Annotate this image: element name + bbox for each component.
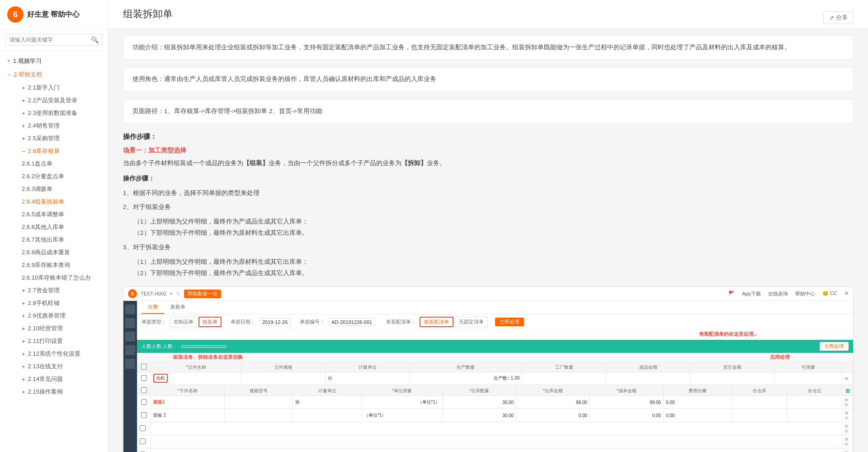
table-row-child-1: 面板1 块 （单位*1） 30.00 89.00 89.00 0.00 <box>137 396 853 409</box>
child-checkbox-4[interactable] <box>140 438 146 444</box>
expand-icon: + <box>22 287 25 294</box>
th-factory-qty: 工厂数量 <box>522 362 606 372</box>
disassembly-type-label: 【拆卸】 <box>401 160 427 167</box>
parent-produce-qty: 生产数↑ 1.00 <box>410 372 522 385</box>
sidebar-item-sales[interactable]: + 2.4销售管理 <box>14 119 108 132</box>
sidebar-item-assembly[interactable]: 2.6.4组装拆卸单 <box>22 195 108 208</box>
child-name-2: 面板 2 <box>151 409 225 422</box>
sidebar-item-mobile[interactable]: + 2.8手机旺铺 <box>14 297 108 309</box>
th-parent-spec: 父件规格 <box>241 362 326 372</box>
app-table-child: *子件名称 规格型号 计量单位 *单位用量 *出库数量 *出库金额 *成本金额 … <box>137 385 853 452</box>
sidebar-item-funds[interactable]: + 2.7资金管理 <box>14 284 108 297</box>
assembly-btn-1[interactable]: 按装配清单 <box>420 317 453 327</box>
sidebar-item-custom[interactable]: + 2.12系统个性化设置 <box>14 347 108 360</box>
annotation-row-2: 组装业务、拆卸业务在这里切换 启用处理 <box>137 353 853 362</box>
child-out-wh-2 <box>732 409 787 422</box>
sidebar-item-cases[interactable]: + 2.15操作案例 <box>14 385 108 398</box>
th-available: 可用量 <box>774 362 842 372</box>
step1: 1、根据不同的业务，选择不同单据的类型来处理 <box>123 187 854 199</box>
green-bar-field[interactable] <box>181 345 226 348</box>
sidebar-item-purchase[interactable]: + 2.5采购管理 <box>14 132 108 145</box>
main-content: 组装拆卸单 ↗ 分享 功能介绍：组装拆卸单用来处理企业组装或拆卸等加工业务，支持… <box>108 0 868 452</box>
assembly-btn-2[interactable]: 无固定清单 <box>455 317 488 327</box>
parent-name-field[interactable]: 光机 <box>153 374 168 383</box>
sidebar-item-video[interactable]: + 1.视频学习 <box>0 54 108 68</box>
child-action-2: ⊕ ⊖ <box>842 409 853 422</box>
child-checkbox-1[interactable] <box>141 399 147 405</box>
search-area: 🔍 <box>0 29 108 51</box>
child-unit-2 <box>293 409 361 422</box>
app-type-btn-1[interactable]: 在制品单 <box>170 317 197 327</box>
child-checkbox-3[interactable] <box>140 425 146 431</box>
sidebar-item-coupon[interactable]: + 2.9优惠券管理 <box>14 309 108 322</box>
sidebar-item-stock-err[interactable]: 2.6.10库存账本错了怎么办 <box>22 271 108 284</box>
annotation-row-1: 有装配清单的在这里处理 → <box>137 330 853 340</box>
app-confirm-btn[interactable]: 立即处理 <box>495 318 524 326</box>
row-delete-icon[interactable]: ⊕ <box>844 376 848 381</box>
app-topbar: 6 TEST-H002 ▾ ↻ 同期数据一览 🚩 App下载 在线咨询 帮助中心… <box>123 287 853 301</box>
sidebar-item-other-out[interactable]: 2.6.7其他出库单 <box>22 233 108 246</box>
child-action-5: ⊕ ⊖ <box>842 448 853 452</box>
sidebar-item-stock-count[interactable]: 2.6.1盘点单 <box>22 157 108 170</box>
sidebar-item-newbie[interactable]: + 2.1新手入门 <box>14 81 108 94</box>
sidebar-item-stock-check[interactable]: 2.6.9库存账本查询 <box>22 259 108 271</box>
child-icon-3[interactable]: ⊕ ⊖ <box>844 423 848 433</box>
th-child-spec: 规格型号 <box>224 386 292 396</box>
child-checkbox-2[interactable] <box>141 412 147 418</box>
child-delete-icon-2[interactable]: ⊕ ⊖ <box>844 410 848 420</box>
app-close-btn[interactable]: ✕ <box>844 290 849 297</box>
th-child-name: *子件名称 <box>151 386 225 396</box>
child-icon-4[interactable]: ⊕ ⊖ <box>844 437 848 447</box>
green-bar-btn[interactable]: 立即处理 <box>820 342 849 351</box>
search-icon[interactable]: 🔍 <box>91 36 99 43</box>
sidebar-item-cost-calc[interactable]: 2.6.8商品成本重算 <box>22 246 108 259</box>
sidebar-item-payment[interactable]: + 2.13在线支付 <box>14 360 108 373</box>
th-child-action: ⊞ <box>842 386 853 396</box>
app-form-row-1: 单据类型： 在制品单 组装单 单据日期： 2019-12-26 单据编号： AD… <box>137 314 853 330</box>
child-action-3: ⊕ ⊖ <box>842 422 853 435</box>
sidebar-item-other-in[interactable]: 2.6.6其他入库单 <box>22 221 108 233</box>
child-checkbox-all[interactable] <box>141 387 147 393</box>
sidebar: 6 好生意 帮助中心 🔍 + 1.视频学习 − 2.帮助文档 + 2.1新手入门… <box>0 0 108 452</box>
sidebar-item-cost-adjust[interactable]: 2.6.5成本调整单 <box>22 208 108 221</box>
table-checkbox-all[interactable] <box>141 364 147 370</box>
child-spec-2 <box>224 409 292 422</box>
sidebar-item-ops[interactable]: + 2.10经营管理 <box>14 322 108 335</box>
row-checkbox[interactable] <box>141 375 147 381</box>
ops-steps-title: 操作步骤： <box>123 175 854 183</box>
child-out-amt-1: 89.00 <box>516 396 590 409</box>
logo-icon: 6 <box>7 6 24 23</box>
sidebar-item-stock-split[interactable]: 2.6.2分量盘点单 <box>22 170 108 183</box>
intro-text: 功能介绍：组装拆卸单用来处理企业组装或拆卸等加工业务，支持有固定装配清单的产品加… <box>132 44 791 51</box>
sidebar-item-transfer[interactable]: 2.6.3调拨单 <box>22 183 108 195</box>
expand-icon: + <box>22 325 25 332</box>
sidebar-item-print[interactable]: + 2.11打印设置 <box>14 335 108 347</box>
sidebar-item-faq[interactable]: + 2.14常见问题 <box>14 373 108 385</box>
sidebar-item-data-prep[interactable]: + 2.3使用前数据准备 <box>14 107 108 119</box>
parent-other-amt <box>690 372 774 385</box>
expand-icon: + <box>22 123 25 129</box>
share-button[interactable]: ↗ 分享 <box>823 11 854 24</box>
app-orange-btn[interactable]: 同期数据一览 <box>184 290 221 298</box>
app-tab-2[interactable]: 新新单 <box>164 301 192 314</box>
child-unit-usage-1: （单位*1） <box>361 396 442 409</box>
sidebar-item-inventory[interactable]: − 2.6库存核算 <box>14 145 108 157</box>
table-row-child-3: ⊕ ⊖ <box>137 422 853 435</box>
app-type-btn-2[interactable]: 组装单 <box>198 317 222 327</box>
child-icon-5[interactable]: ⊕ ⊖ <box>844 450 848 452</box>
sidebar-item-docs[interactable]: − 2.帮助文档 <box>0 68 108 81</box>
step2: 2、对于组装业务 <box>123 201 854 213</box>
parent-unit: 台 <box>326 372 410 385</box>
search-input[interactable] <box>9 37 91 43</box>
expand-rows-icon[interactable]: ⊞ <box>845 388 850 394</box>
sidebar-item-install[interactable]: + 2.2产品安装及登录 <box>14 94 108 107</box>
app-tab-active[interactable]: 自费 <box>142 301 164 314</box>
parent-factory-qty <box>522 372 606 385</box>
child-fee-2: 0.00 <box>664 409 732 422</box>
bill-no-label: 单据编号： <box>300 319 325 325</box>
app-dropdown-icon: ▾ <box>170 291 173 297</box>
th-out-qty: *出库数量 <box>443 386 516 396</box>
child-delete-icon-1[interactable]: ⊕ ⊖ <box>844 397 848 407</box>
step3-sub2: （2）下部明细为子件明细，最终作为产成品生成其它入库单。 <box>134 267 854 279</box>
path-block: 页面路径：1、库存核算->库存管理->组装拆卸单 2、首页->常用功能 <box>123 99 854 124</box>
